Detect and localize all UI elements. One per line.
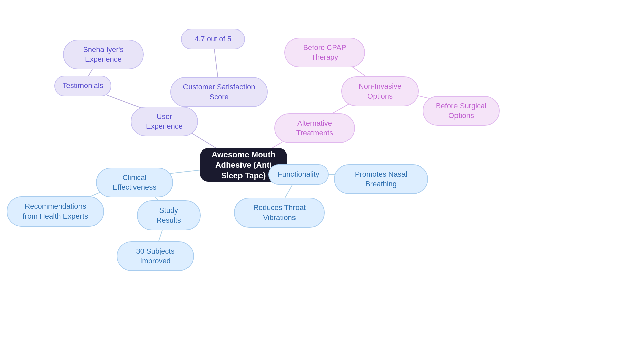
node-rating[interactable]: 4.7 out of 5 — [181, 29, 245, 49]
mindmap-container: Awesome Mouth Adhesive (Anti Sleep Tape)… — [0, 0, 644, 363]
node-customer-satisfaction[interactable]: Customer Satisfaction Score — [170, 77, 268, 107]
node-non-invasive[interactable]: Non-Invasive Options — [341, 76, 419, 106]
node-user-experience[interactable]: User Experience — [131, 107, 198, 136]
node-functionality[interactable]: Functionality — [268, 164, 329, 185]
node-before-cpap[interactable]: Before CPAP Therapy — [284, 38, 365, 67]
node-alternative-treatments[interactable]: Alternative Treatments — [274, 113, 355, 143]
node-before-surgical[interactable]: Before Surgical Options — [423, 96, 500, 126]
node-recommendations[interactable]: Recommendations from Health Experts — [7, 196, 104, 227]
node-sneha-experience[interactable]: Sneha Iyer's Experience — [63, 40, 144, 69]
node-promotes-nasal[interactable]: Promotes Nasal Breathing — [334, 164, 428, 194]
node-reduces-throat[interactable]: Reduces Throat Vibrations — [234, 198, 325, 228]
node-30-subjects[interactable]: 30 Subjects Improved — [117, 241, 194, 271]
node-study-results[interactable]: Study Results — [137, 200, 201, 230]
node-clinical-effectiveness[interactable]: Clinical Effectiveness — [96, 168, 173, 197]
node-testimonials[interactable]: Testimonials — [54, 76, 111, 96]
